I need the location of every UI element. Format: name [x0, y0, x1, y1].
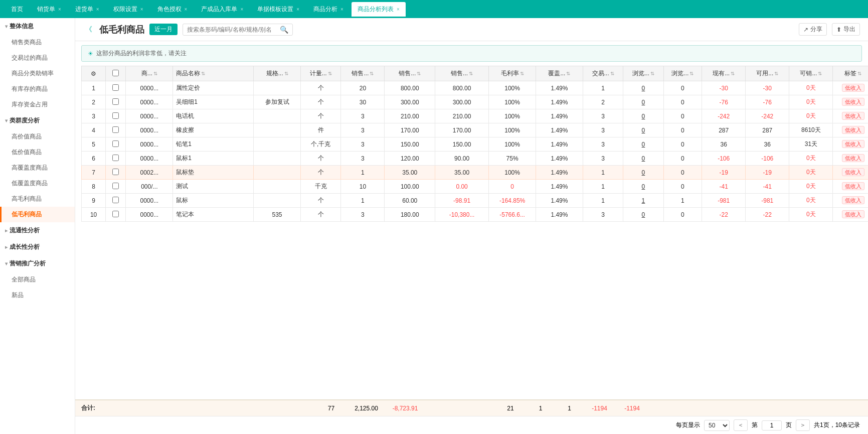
col-header-gross-rate[interactable]: 毛利率⇅ [489, 66, 536, 81]
close-icon[interactable]: × [140, 7, 143, 12]
nav-roles[interactable]: 角色授权 × [151, 2, 194, 17]
row-checkbox-cell[interactable] [106, 180, 126, 194]
row-checkbox[interactable] [112, 98, 119, 105]
col-header-settings[interactable]: ⚙ [82, 66, 106, 81]
col-header-spec[interactable]: 规格...⇅ [254, 66, 301, 81]
row-checkbox[interactable] [112, 112, 119, 119]
row-checkbox[interactable] [112, 140, 119, 147]
filter-button[interactable]: 近一月 [149, 24, 178, 35]
sort-icon[interactable]: ⇅ [731, 71, 735, 76]
settings-icon[interactable]: ⚙ [91, 70, 96, 77]
sort-icon[interactable]: ⇅ [417, 71, 421, 76]
col-header-sale-qty[interactable]: 销售...⇅ [341, 66, 385, 81]
sort-icon[interactable]: ⇅ [650, 71, 654, 76]
col-header-transaction[interactable]: 交易...⇅ [583, 66, 623, 81]
sort-icon[interactable]: ⇅ [818, 71, 822, 76]
col-header-name[interactable]: 商品名称⇅ [173, 66, 254, 81]
close-icon[interactable]: × [58, 7, 61, 12]
per-page-select[interactable]: 50 20 100 [704, 420, 730, 431]
row-view1[interactable]: 1 [623, 194, 663, 208]
sidebar-item-new-goods[interactable]: 新品 [0, 287, 75, 303]
row-checkbox[interactable] [112, 197, 119, 203]
prev-page-button[interactable]: ＜ [734, 419, 748, 431]
sort-icon[interactable]: ⇅ [328, 71, 332, 76]
row-view1[interactable]: 0 [623, 95, 663, 109]
sidebar-item-low-gross[interactable]: 低毛利商品 [0, 207, 75, 222]
sidebar-item-high-coverage[interactable]: 高覆盖度商品 [0, 160, 75, 176]
select-all-checkbox[interactable] [112, 70, 119, 76]
nav-product-analysis-list[interactable]: 商品分析列表 × [352, 2, 406, 17]
sort-icon[interactable]: ⇅ [689, 71, 693, 76]
row-view1[interactable]: 0 [623, 81, 663, 95]
close-icon[interactable]: × [240, 7, 243, 12]
col-header-saleable-days[interactable]: 可销...⇅ [789, 66, 833, 81]
row-view1[interactable]: 0 [623, 152, 663, 166]
sort-icon[interactable]: ⇅ [370, 71, 374, 76]
row-checkbox[interactable] [112, 155, 119, 161]
sidebar-item-low-coverage[interactable]: 低覆盖度商品 [0, 176, 75, 191]
row-checkbox[interactable] [112, 126, 119, 133]
sidebar-item-capital[interactable]: 库存资金占用 [0, 97, 75, 112]
row-checkbox[interactable] [112, 183, 119, 189]
row-checkbox-cell[interactable] [106, 137, 126, 152]
sidebar-group-circulation[interactable]: ▸ 流通性分析 [0, 222, 75, 239]
col-header-checkbox[interactable] [106, 66, 126, 81]
col-header-coverage[interactable]: 覆盖...⇅ [536, 66, 583, 81]
sidebar-item-all-goods[interactable]: 全部商品 [0, 272, 75, 287]
sort-icon[interactable]: ⇅ [520, 71, 524, 76]
sidebar-item-high-gross[interactable]: 高毛利商品 [0, 191, 75, 207]
col-header-code[interactable]: 商...⇅ [126, 66, 173, 81]
row-checkbox-cell[interactable] [106, 123, 126, 137]
sidebar-item-low-value[interactable]: 低价值商品 [0, 144, 75, 160]
sort-icon[interactable]: ⇅ [857, 71, 861, 76]
close-icon[interactable]: × [96, 7, 99, 12]
row-checkbox-cell[interactable] [106, 81, 126, 95]
sort-icon[interactable]: ⇅ [610, 71, 614, 76]
row-checkbox[interactable] [112, 84, 119, 91]
col-header-view2[interactable]: 浏览...⇅ [663, 66, 702, 81]
sidebar-group-marketing[interactable]: ▾ 营销推广分析 [0, 255, 75, 272]
sidebar-item-traded-goods[interactable]: 交易过的商品 [0, 50, 75, 66]
next-page-button[interactable]: ＞ [796, 419, 810, 431]
col-header-sale-amount[interactable]: 销售...⇅ [385, 66, 435, 81]
sidebar-collapse-button[interactable]: 《 [83, 25, 94, 34]
nav-home[interactable]: 首页 [5, 2, 29, 17]
close-icon[interactable]: × [296, 7, 299, 12]
row-view1[interactable]: 0 [623, 166, 663, 180]
sort-icon[interactable]: ⇅ [201, 71, 205, 76]
row-checkbox[interactable] [112, 169, 119, 175]
nav-sales[interactable]: 销货单 × [31, 2, 67, 17]
row-checkbox-cell[interactable] [106, 152, 126, 166]
nav-purchase[interactable]: 进货单 × [69, 2, 105, 17]
sort-icon[interactable]: ⇅ [774, 71, 778, 76]
row-checkbox-cell[interactable] [106, 194, 126, 208]
col-header-unit[interactable]: 计量...⇅ [300, 66, 340, 81]
close-icon[interactable]: × [185, 7, 188, 12]
row-checkbox-cell[interactable] [106, 208, 126, 222]
col-header-view1[interactable]: 浏览...⇅ [623, 66, 663, 81]
sidebar-group-overall[interactable]: ▾ 整体信息 [0, 18, 75, 35]
page-number-input[interactable] [762, 420, 782, 430]
col-header-available-stock[interactable]: 可用...⇅ [746, 66, 789, 81]
row-view1[interactable]: 0 [623, 180, 663, 194]
nav-template-settings[interactable]: 单据模板设置 × [251, 2, 305, 17]
row-view1[interactable]: 0 [623, 109, 663, 123]
sidebar-item-high-value[interactable]: 高价值商品 [0, 129, 75, 144]
share-button[interactable]: ↗ 分享 [799, 23, 827, 36]
nav-permissions[interactable]: 权限设置 × [107, 2, 149, 17]
row-view1[interactable]: 0 [623, 208, 663, 222]
row-view1[interactable]: 0 [623, 137, 663, 152]
sidebar-item-sales-goods[interactable]: 销售类商品 [0, 35, 75, 50]
sort-icon[interactable]: ⇅ [153, 71, 157, 76]
sort-icon[interactable]: ⇅ [284, 71, 288, 76]
sidebar-item-in-stock[interactable]: 有库存的商品 [0, 81, 75, 97]
sort-icon[interactable]: ⇅ [566, 71, 570, 76]
sidebar-item-category-rate[interactable]: 商品分类助销率 [0, 66, 75, 81]
sort-icon[interactable]: ⇅ [469, 71, 473, 76]
row-view1[interactable]: 0 [623, 123, 663, 137]
sidebar-group-growth[interactable]: ▸ 成长性分析 [0, 239, 75, 255]
sidebar-group-cluster[interactable]: ▾ 类群度分析 [0, 112, 75, 129]
row-checkbox[interactable] [112, 211, 119, 217]
row-checkbox-cell[interactable] [106, 109, 126, 123]
nav-product-analysis[interactable]: 商品分析 × [307, 2, 350, 17]
